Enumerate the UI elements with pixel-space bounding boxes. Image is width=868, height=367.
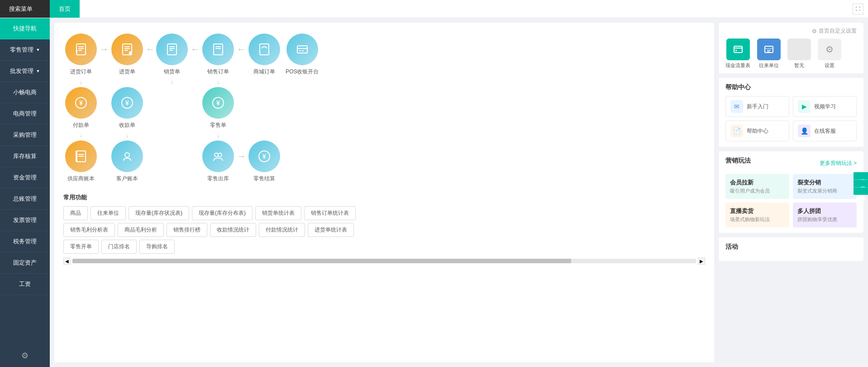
right-panel: ⚙ 首页自定义设置 现金流量表 往来单位 xyxy=(719,23,863,362)
func-store-rank[interactable]: 门店排名 xyxy=(101,240,137,254)
sales-icon xyxy=(156,34,188,65)
quick-icon-cashflow[interactable]: 现金流量表 xyxy=(725,39,750,69)
svg-text:¥: ¥ xyxy=(125,99,129,106)
float-service-btn[interactable]: 客服热线 xyxy=(854,172,868,180)
top-bar: 搜索菜单 首页 ⛶ xyxy=(0,0,868,18)
scroll-thumb xyxy=(72,259,571,263)
arrow-4: ← xyxy=(236,32,247,77)
beginner-icon: ✉ xyxy=(730,100,743,113)
func-guide-rank[interactable]: 导购排名 xyxy=(139,240,175,254)
flow-node-retail-settle[interactable]: ¥ 零售结算 xyxy=(247,139,282,184)
float-desktop-btn[interactable]: 桌面快捷 xyxy=(854,188,868,195)
func-sales-rank[interactable]: 销售排行榜 xyxy=(167,223,207,237)
flow-varrow-2: ↓ ↓ ↓ xyxy=(63,131,320,139)
scroll-right-btn[interactable]: ▶ xyxy=(698,257,705,265)
common-functions: 常用功能 商品 往来单位 现存量(库存状况表) 现存量(库存分布表) 销货单统计… xyxy=(63,193,705,254)
service-icon: 👤 xyxy=(798,125,811,137)
flow-node-customer-book[interactable]: 客户账本 xyxy=(110,139,145,184)
sidebar-item-payroll[interactable]: 工资 xyxy=(0,274,50,295)
marketing-fission[interactable]: 裂变分销 裂变式发展分销商 xyxy=(793,174,857,199)
floating-buttons: 客服热线 服务社区 桌面快捷 xyxy=(854,172,868,195)
flow-node-purchase[interactable]: 进货单 xyxy=(110,32,145,77)
sidebar-item-ecommerce[interactable]: 小畅电商 xyxy=(0,82,50,103)
service-label: 在线客服 xyxy=(814,127,836,135)
func-inventory-dist[interactable]: 现存量(库存分布表) xyxy=(192,206,253,220)
func-sales-stat[interactable]: 销货单统计表 xyxy=(255,206,301,220)
flow-node-pos[interactable]: POS收银开台 xyxy=(284,32,320,77)
help-section: 帮助中心 ✉ 新手入门 ▶ 视频学习 📄 帮助中心 👤 xyxy=(719,78,863,147)
sidebar-item-purchase[interactable]: 采购管理 xyxy=(0,125,50,146)
marketing-live[interactable]: 直播卖货 场景式购物新玩法 xyxy=(725,203,789,227)
sidebar-item-ecommerce-mgmt[interactable]: 电商管理 xyxy=(0,103,50,125)
func-sales-margin[interactable]: 销售毛利分析表 xyxy=(63,223,115,237)
varrow-retail-order: ↓ xyxy=(200,131,236,139)
settings-icon[interactable]: ⚙ xyxy=(18,349,32,362)
flow-node-sales-order[interactable]: 销售订单 xyxy=(200,32,236,77)
marketing-group[interactable]: 多人拼团 拼团购物享受优惠 xyxy=(793,203,857,227)
func-purchase-stat[interactable]: 进货单统计表 xyxy=(308,223,354,237)
common-title: 常用功能 xyxy=(63,193,705,202)
marketing-member[interactable]: 会员拉新 吸引用户成为会员 xyxy=(725,174,789,199)
sidebar-item-invoice[interactable]: 发票管理 xyxy=(0,210,50,231)
more-marketing-link[interactable]: 更多营销玩法 > xyxy=(820,159,857,167)
purchase-icon xyxy=(111,34,143,65)
func-inventory-status[interactable]: 现存量(库存状况表) xyxy=(129,206,189,220)
func-receipt-stat[interactable]: 收款情况统计 xyxy=(210,223,256,237)
fission-desc: 裂变式发展分销商 xyxy=(797,188,852,194)
quick-icon-none[interactable]: 暂无 xyxy=(787,39,811,69)
flow-node-retail-out[interactable]: 零售出库 xyxy=(200,139,236,184)
flow-node-purchase-order[interactable]: 进货订单 xyxy=(63,32,99,77)
tab-home[interactable]: 首页 xyxy=(50,0,80,18)
purchase-label: 进货单 xyxy=(119,68,135,76)
video-label: 视频学习 xyxy=(814,103,836,111)
mall-order-label: 商城订单 xyxy=(253,68,275,76)
main-panel: 进货订单 → xyxy=(54,23,714,362)
func-contacts[interactable]: 往来单位 xyxy=(91,206,126,220)
sidebar-item-inventory[interactable]: 库存核算 xyxy=(0,146,50,167)
flow-node-sales[interactable]: 销货单 xyxy=(154,32,190,77)
func-sales-order-stat[interactable]: 销售订单统计表 xyxy=(304,206,356,220)
float-community-btn[interactable]: 服务社区 xyxy=(854,180,868,188)
func-retail-order[interactable]: 零售开单 xyxy=(63,240,99,254)
varrow-receipt: ↓ xyxy=(110,131,145,139)
flow-node-receipt[interactable]: ¥ 收款单 xyxy=(110,85,145,131)
customize-label[interactable]: ⚙ 首页自定义设置 xyxy=(725,27,857,35)
func-payment-stat[interactable]: 付款情况统计 xyxy=(259,223,305,237)
scroll-bar-area: ◀ ▶ xyxy=(63,257,705,265)
sidebar-item-wholesale[interactable]: 批发管理 ▼ xyxy=(0,61,50,82)
svg-rect-17 xyxy=(260,44,269,55)
help-item-video[interactable]: ▶ 视频学习 xyxy=(793,96,857,117)
purchase-order-label: 进货订单 xyxy=(70,68,92,76)
payment-icon: ¥ xyxy=(65,87,97,119)
live-desc: 场景式购物新玩法 xyxy=(730,216,785,223)
func-product[interactable]: 商品 xyxy=(63,206,88,220)
sidebar-item-assets[interactable]: 固定资产 xyxy=(0,252,50,274)
sidebar-item-retail[interactable]: 零售管理 ▼ xyxy=(0,39,50,61)
flow-node-payment[interactable]: ¥ 付款单 xyxy=(63,85,99,131)
search-menu[interactable]: 搜索菜单 xyxy=(0,0,50,18)
svg-point-32 xyxy=(125,153,129,157)
flow-node-mall-order[interactable]: 商城订单 xyxy=(247,32,282,77)
scroll-left-btn[interactable]: ◀ xyxy=(63,257,71,265)
quick-icon-settings[interactable]: ⚙ 设置 xyxy=(818,39,841,69)
sidebar-item-quick-nav[interactable]: 快捷导航 xyxy=(0,18,50,39)
marketing-title: 营销玩法 xyxy=(725,157,751,165)
varrow-sales: ↓ xyxy=(154,77,190,85)
help-item-help[interactable]: 📄 帮助中心 xyxy=(725,121,789,141)
activity-title: 活动 xyxy=(725,243,857,251)
sidebar-item-tax[interactable]: 税务管理 xyxy=(0,231,50,252)
help-item-beginner[interactable]: ✉ 新手入门 xyxy=(725,96,789,117)
sidebar-item-ledger[interactable]: 总账管理 xyxy=(0,188,50,210)
help-item-service[interactable]: 👤 在线客服 xyxy=(793,121,857,141)
func-product-margin[interactable]: 商品毛利分析 xyxy=(118,223,164,237)
sales-order-label: 销售订单 xyxy=(207,68,229,76)
varrow-sales-order: ↓ xyxy=(200,77,236,85)
flow-node-supplier-book[interactable]: 供应商账本 xyxy=(63,139,99,184)
fullscreen-button[interactable]: ⛶ xyxy=(853,4,863,14)
quick-icon-contacts[interactable]: 往来单位 xyxy=(757,39,781,69)
scroll-track[interactable] xyxy=(72,259,696,263)
flow-node-retail-order[interactable]: ¥ 零售单 xyxy=(200,85,236,131)
sidebar-item-finance[interactable]: 资金管理 xyxy=(0,167,50,188)
cashflow-icon xyxy=(726,39,750,60)
supplier-book-icon xyxy=(65,140,97,172)
